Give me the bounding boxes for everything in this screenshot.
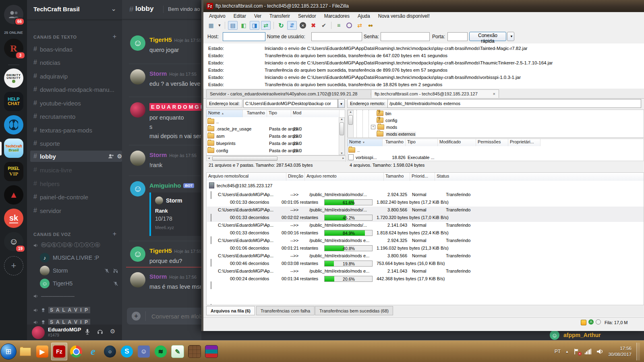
taskbar-media-player[interactable]: ▶ — [34, 343, 50, 360]
voice-user-musica-bot[interactable]: ♪ MUSICA LIVRE :P — [40, 253, 118, 263]
taskbar-filezilla-active[interactable]: Fz — [51, 343, 67, 360]
attach-file-icon[interactable]: + — [132, 312, 141, 321]
quickconnect-button[interactable]: Conexão rápida — [469, 32, 506, 41]
tree-item-bin[interactable]: ?bin — [377, 111, 391, 116]
avatar[interactable]: ☺ — [130, 246, 145, 262]
local-address-value[interactable]: C:\Users\EduardoMGP\Desktop\backup cor — [243, 99, 338, 108]
server-icon-okinity[interactable]: OKINITY UNINITY — [4, 68, 23, 88]
port-input[interactable] — [447, 32, 468, 41]
embed-footer[interactable]: Mee6.xyz — [155, 225, 201, 230]
headphones-icon[interactable] — [97, 329, 103, 335]
taskbar-notepad[interactable]: ✎ — [170, 343, 186, 360]
menu-servidor[interactable]: Servidor — [298, 13, 316, 19]
add-voice-channel-button[interactable]: + — [113, 230, 116, 238]
local-address-dropdown-icon[interactable]: ▼ — [338, 99, 345, 108]
avatar[interactable] — [130, 69, 145, 85]
local-row[interactable]: blueprintsPasta de arqui...29/0 — [207, 141, 268, 146]
toggle-remote-tree-icon[interactable]: ◨ — [250, 21, 259, 30]
remote-col-proprietario[interactable]: Proprietári... — [508, 139, 540, 146]
taskbar-explorer[interactable] — [17, 343, 33, 360]
channel-download-modpack[interactable]: #download-modpack-manu... — [30, 84, 122, 95]
channel-boas-vindas[interactable]: #boas-vindas — [30, 43, 122, 55]
remote-address-value[interactable]: /public_html/extraido/mods externos — [387, 99, 641, 108]
channel-settings-gear-icon[interactable]: ⚙ — [117, 153, 122, 159]
site-manager-dropdown-icon[interactable]: ▼ — [217, 21, 222, 29]
local-col-tamanho[interactable]: Tamanho — [243, 110, 267, 117]
taskbar-spotify[interactable]: ≋ — [153, 343, 169, 360]
toggle-message-log-icon[interactable]: ▤ — [228, 21, 238, 30]
tree-expand-icon[interactable]: + — [371, 125, 375, 129]
process-queue-icon[interactable]: ⇵ — [287, 21, 297, 30]
taskbar-minecraft[interactable] — [186, 343, 203, 360]
queue-col-arquivo[interactable]: Arquivo remoto/local — [207, 173, 286, 181]
channel-adquiravip[interactable]: #adquiravip — [30, 70, 122, 82]
cancel-operation-icon[interactable]: ✕ — [298, 21, 307, 29]
find-files-binoculars-icon[interactable]: ●● — [366, 21, 375, 29]
channel-servidor[interactable]: #servidor — [30, 205, 122, 216]
filter-icon[interactable]: ≡ — [334, 21, 343, 29]
local-col-tipo[interactable]: Tipo — [267, 110, 291, 117]
tab-transferencias-bem-sucedidas[interactable]: Transferências bem sucedidas (68) — [315, 306, 393, 315]
voice-channel-dashes[interactable]: ───────── — [33, 293, 75, 299]
avatar[interactable] — [130, 151, 145, 166]
menu-arquivo[interactable]: Arquivo — [209, 13, 226, 19]
queue-col-arquivo-remoto[interactable]: Arquivo remoto — [305, 173, 384, 181]
queue-col-status[interactable]: Status — [435, 173, 644, 181]
queue-col-prioridade[interactable]: Priorid... — [410, 173, 435, 181]
tree-item-config[interactable]: ?config — [377, 118, 397, 123]
menu-ajuda[interactable]: Ajuda — [358, 13, 370, 19]
channel-painel-de-controle[interactable]: #painel-de-controle — [30, 191, 122, 203]
add-text-channel-button[interactable]: + — [113, 33, 116, 40]
synchronized-browsing-icon[interactable]: ⇄ — [355, 21, 364, 29]
voice-channel-sala-vip-1[interactable]: S A L A V I P — [33, 307, 90, 313]
menu-transferir[interactable]: Transferir — [269, 13, 290, 19]
local-row[interactable]: configPasta de arqui...29/0 — [207, 148, 268, 153]
avatar[interactable]: ☺ — [130, 35, 145, 51]
server-icon-triangle[interactable]: ▲ — [4, 185, 23, 205]
channel-lobby-active[interactable]: # lobby ⚙ — [30, 151, 122, 162]
local-row[interactable]: asmPasta de arqui...29/0 — [207, 133, 268, 139]
mic-icon[interactable] — [85, 329, 90, 335]
action-center-flag-icon[interactable]: ✕ — [574, 348, 580, 355]
remote-tree-scrollbar[interactable]: ▲ — [348, 110, 354, 138]
remote-col-modificado[interactable]: Modificado — [438, 139, 476, 146]
server-icon-pixelvip[interactable]: PIXEL VIP — [4, 162, 23, 181]
site-manager-icon[interactable]: ▦ — [207, 21, 215, 29]
quickconnect-history-dropdown[interactable]: ▼ — [507, 32, 514, 41]
channel-helpers[interactable]: #helpers — [30, 178, 122, 189]
filezilla-titlebar[interactable]: Fz ftp.techcraftbrasil.com - techc845@19… — [203, 0, 644, 12]
volume-icon[interactable] — [596, 348, 603, 355]
tree-item-mods[interactable]: +mods — [371, 124, 397, 130]
user-settings-gear-icon[interactable]: ⚙ — [110, 328, 115, 335]
channel-noticias[interactable]: #noticias — [30, 57, 122, 68]
member-list-item[interactable]: ☺ afppm_Arthur — [550, 330, 601, 340]
refresh-icon[interactable]: ↻ — [277, 21, 286, 29]
tab-transferencias-com-falha[interactable]: Transferências com falha — [256, 306, 315, 315]
menu-editar[interactable]: Editar — [234, 13, 246, 19]
password-input[interactable] — [381, 32, 430, 41]
taskbar-chrome[interactable] — [68, 343, 84, 360]
local-col-mod[interactable]: Mod — [291, 110, 340, 117]
queue-server-row[interactable]: techc845@192.185.223.127 — [209, 182, 272, 188]
user-avatar[interactable] — [32, 326, 45, 339]
clock[interactable]: 17:56 30/08/2017 — [608, 345, 632, 358]
add-server-button[interactable]: + — [4, 256, 23, 275]
tray-language[interactable]: PT — [555, 349, 561, 354]
taskbar-internet-explorer[interactable]: e — [85, 343, 101, 360]
avatar[interactable] — [130, 102, 145, 118]
tab-server-2-active[interactable]: ftp.techcraftbrasil.com - techc845@192.1… — [371, 89, 499, 98]
menu-ver[interactable]: Ver — [254, 13, 261, 19]
username-input[interactable] — [311, 32, 362, 41]
server-icon-wrench[interactable] — [4, 115, 23, 134]
network-signal-icon[interactable] — [585, 349, 592, 354]
channel-recrutamento[interactable]: #recrutamento — [30, 111, 122, 122]
channel-suporte[interactable]: #suporte — [30, 138, 122, 149]
tab-arquivos-na-fila[interactable]: Arquivos na fila (6) — [206, 306, 255, 315]
remote-row[interactable]: vorbisspi...18.826Executable ... — [348, 154, 381, 160]
remote-col-permissoes[interactable]: Permissões — [476, 139, 508, 146]
show-desktop-button[interactable] — [636, 343, 640, 360]
directory-comparison-icon[interactable] — [345, 21, 354, 29]
message-input[interactable] — [151, 312, 201, 320]
voice-user-storm[interactable]: Storm — [40, 266, 118, 275]
remote-col-nome[interactable]: Nome ▼ — [348, 139, 383, 146]
